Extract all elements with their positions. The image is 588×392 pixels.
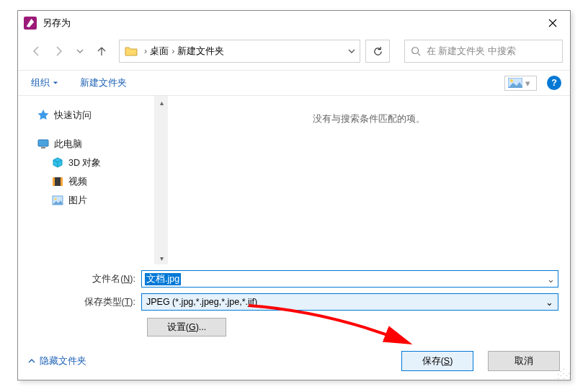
- sidebar: 快速访问 此电脑 3D 对象 视频 图片: [18, 96, 155, 264]
- chevron-up-icon: [28, 357, 35, 365]
- chevron-down-icon[interactable]: ⌄: [545, 297, 553, 308]
- body: 快速访问 此电脑 3D 对象 视频 图片 ▴ ▾: [18, 96, 570, 264]
- empty-message: 没有与搜索条件匹配的项。: [313, 113, 425, 125]
- help-button[interactable]: ?: [547, 76, 561, 90]
- star-icon: [37, 109, 50, 122]
- toolbar: 组织 新建文件夹 ▾ ?: [18, 70, 570, 96]
- scroll-down-icon[interactable]: ▾: [155, 251, 168, 264]
- sidebar-item-pictures[interactable]: 图片: [18, 191, 154, 210]
- sidebar-item-this-pc[interactable]: 此电脑: [18, 135, 154, 153]
- folder-icon: [124, 44, 138, 58]
- sidebar-item-3d-objects[interactable]: 3D 对象: [18, 153, 154, 172]
- title-bar: 另存为: [18, 11, 570, 35]
- organize-menu[interactable]: 组织: [27, 74, 63, 92]
- filename-input[interactable]: 文档.jpg ⌄: [141, 270, 558, 288]
- app-icon: [24, 17, 37, 30]
- chevron-down-icon[interactable]: [348, 48, 355, 55]
- save-fields: 文件名(N): 文档.jpg ⌄ 保存类型(T): JPEG (*.jpg,*.…: [18, 264, 570, 344]
- recent-dropdown[interactable]: [73, 43, 87, 60]
- filetype-combo[interactable]: JPEG (*.jpg,*.jpeg,*.jpe,*.jif) ⌄: [141, 293, 558, 311]
- search-placeholder: 在 新建文件夹 中搜索: [427, 45, 516, 58]
- svg-rect-5: [41, 147, 45, 148]
- pc-icon: [37, 138, 50, 151]
- address-bar[interactable]: › 桌面 › 新建文件夹: [119, 40, 360, 63]
- svg-rect-4: [38, 140, 48, 146]
- chevron-right-icon[interactable]: ›: [141, 46, 150, 56]
- view-options[interactable]: ▾: [504, 76, 537, 91]
- nav-row: › 桌面 › 新建文件夹 在 新建文件夹 中搜索: [18, 35, 570, 70]
- sidebar-item-quick-access[interactable]: 快速访问: [18, 106, 154, 125]
- svg-point-1: [412, 48, 419, 54]
- up-button[interactable]: [94, 43, 109, 60]
- file-list-pane: 没有与搜索条件匹配的项。: [168, 96, 570, 264]
- search-icon: [411, 46, 421, 56]
- back-button[interactable]: [30, 43, 44, 60]
- breadcrumb-item[interactable]: 桌面: [150, 45, 169, 58]
- cube-icon: [51, 156, 64, 169]
- svg-rect-8: [61, 177, 63, 186]
- refresh-button[interactable]: [365, 40, 390, 63]
- close-button[interactable]: [535, 11, 570, 35]
- filename-value: 文档.jpg: [145, 273, 181, 285]
- sidebar-scrollbar[interactable]: ▴ ▾: [155, 96, 168, 264]
- chevron-down-icon[interactable]: ⌄: [547, 274, 555, 285]
- svg-rect-7: [53, 177, 55, 186]
- svg-point-3: [510, 79, 513, 82]
- scroll-up-icon[interactable]: ▴: [155, 96, 168, 109]
- filetype-label: 保存类型(T):: [30, 296, 141, 308]
- sidebar-item-videos[interactable]: 视频: [18, 172, 154, 191]
- footer: 隐藏文件夹 保存(S) 取消: [18, 344, 570, 380]
- breadcrumb-item[interactable]: 新建文件夹: [177, 45, 224, 58]
- video-icon: [51, 175, 64, 188]
- chevron-down-icon: [53, 78, 58, 88]
- picture-icon: [508, 78, 522, 88]
- window-title: 另存为: [43, 17, 71, 30]
- save-as-dialog: 另存为 › 桌面 › 新建文件夹 在 新建文件夹 中搜索 组织: [17, 10, 571, 380]
- save-button[interactable]: 保存(S): [401, 351, 473, 371]
- new-folder-button[interactable]: 新建文件夹: [76, 74, 131, 92]
- cancel-button[interactable]: 取消: [488, 351, 560, 371]
- filename-label: 文件名(N):: [30, 273, 141, 285]
- svg-point-10: [55, 198, 57, 200]
- settings-button[interactable]: 设置(G)...: [147, 318, 226, 337]
- picture-icon: [51, 194, 64, 207]
- forward-button[interactable]: [51, 43, 66, 60]
- filetype-value: JPEG (*.jpg,*.jpeg,*.jpe,*.jif): [146, 297, 257, 307]
- search-input[interactable]: 在 新建文件夹 中搜索: [404, 40, 563, 63]
- hide-folders-link[interactable]: 隐藏文件夹: [28, 355, 86, 368]
- chevron-right-icon[interactable]: ›: [169, 46, 177, 56]
